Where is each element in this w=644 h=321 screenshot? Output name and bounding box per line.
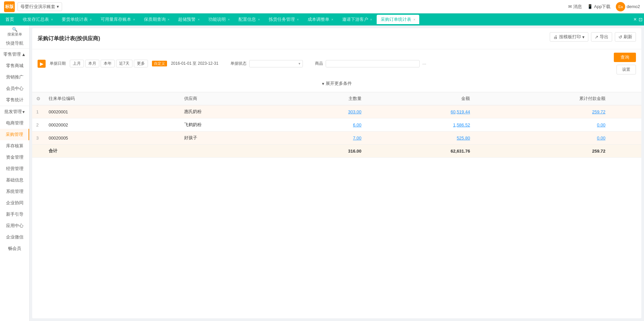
sidebar-item-basic-info[interactable]: 基础信息	[0, 174, 29, 186]
sidebar-item-finance[interactable]: 资金管理	[0, 152, 29, 163]
tab-config-info[interactable]: 配置信息 ×	[234, 15, 264, 24]
close-icon[interactable]: ×	[413, 18, 415, 21]
sidebar-item-member-center[interactable]: 会员中心	[0, 83, 29, 94]
goods-more-icon[interactable]: ···	[422, 61, 426, 66]
restore-window-icon[interactable]: ⊡	[639, 17, 643, 22]
sidebar-quicknav-button[interactable]: 快捷导航	[0, 38, 29, 49]
tab-overstock-warning[interactable]: 超储预警 ×	[174, 15, 204, 24]
date-range-display: 2016-01-01 至 2023-12-31	[171, 61, 218, 66]
tab-purchase-order-stats[interactable]: 采购订单统计表 ×	[377, 15, 419, 24]
tab-receive-summary[interactable]: 收发存汇总表 ×	[19, 15, 57, 24]
export-icon: ↗	[595, 35, 598, 40]
close-icon[interactable]: ×	[168, 18, 170, 21]
sidebar-item-operations[interactable]: 经营管理	[0, 163, 29, 174]
sidebar-item-retail-stats[interactable]: 零售统计	[0, 94, 29, 106]
close-icon[interactable]: ×	[297, 18, 299, 21]
print-button[interactable]: 🖨 按模板打印 ▾	[550, 32, 588, 42]
sidebar-item-ecommerce[interactable]: 电商管理	[0, 117, 29, 129]
sidebar-item-marketing[interactable]: 营销推广	[0, 71, 29, 83]
row-paid[interactable]: 259.72	[474, 105, 609, 118]
row-qty[interactable]: 7.00	[281, 131, 365, 145]
sidebar-item-wechat[interactable]: 企业微信	[0, 231, 29, 243]
search-label: 搜索菜单	[0, 32, 29, 37]
tab-available-stock[interactable]: 可用量库存账本 ×	[97, 15, 139, 24]
logo-text: 标版	[5, 4, 14, 10]
goods-input[interactable]	[326, 60, 420, 67]
sidebar-item-inventory[interactable]: 库存核算	[0, 140, 29, 152]
sidebar-item-label: 系统管理	[6, 189, 23, 194]
row-qty[interactable]: 303.00	[281, 105, 365, 118]
last-month-button[interactable]: 上月	[70, 60, 84, 67]
gear-icon[interactable]: ⚙	[36, 96, 41, 101]
close-all-tabs-icon[interactable]: ×	[634, 16, 637, 22]
sidebar-group-retail: 零售管理 ▲ 零售商城 营销推广 会员中心 零售统计	[0, 49, 29, 106]
table-row: 1 00020001 惠氏奶粉 303.00 60,519.44 259.72	[32, 105, 641, 118]
settings-button[interactable]: 设置	[616, 65, 636, 74]
sidebar-item-wholesale[interactable]: 批发管理 ▾	[0, 106, 29, 117]
content-area: 采购订单统计表(按供应商) 🖨 按模板打印 ▾ ↗ 导出 ↺ 刷新	[30, 25, 644, 321]
close-icon[interactable]: ×	[133, 18, 135, 21]
row-code: 00020002	[45, 118, 180, 131]
logo-area: 标版	[4, 1, 15, 12]
sidebar-item-enterprise-collab[interactable]: 企业协同	[0, 197, 29, 209]
this-month-button[interactable]: 本月	[85, 60, 99, 67]
tab-label: 采购订单统计表	[381, 16, 411, 22]
row-code: 00020001	[45, 105, 180, 118]
more-date-button[interactable]: 更多	[134, 60, 148, 67]
sidebar-item-member[interactable]: 畅会员	[0, 243, 29, 254]
th-paid: 累计付款金额	[474, 92, 609, 105]
sidebar-item-label: 会员中心	[6, 86, 23, 91]
sidebar-item-retail-mall[interactable]: 零售商城	[0, 60, 29, 71]
row-amount[interactable]: 525.80	[366, 131, 474, 145]
sidebar-item-retail-management[interactable]: 零售管理 ▲	[0, 49, 29, 60]
row-paid[interactable]: 0.00	[474, 118, 609, 131]
tab-expiry-query[interactable]: 保质期查询 ×	[140, 15, 174, 24]
sidebar-item-label: 营销推广	[6, 74, 23, 79]
filter-toggle-button[interactable]: ▶	[38, 60, 46, 68]
sidebar-item-label: 采购管理	[6, 132, 23, 137]
footer-empty-3	[609, 145, 641, 158]
tab-cost-adjust[interactable]: 成本调整单 ×	[304, 15, 337, 24]
tab-order-stats[interactable]: 要货单统计表 ×	[58, 15, 96, 24]
row-index: 2	[32, 118, 45, 131]
7days-button[interactable]: 近7天	[116, 60, 132, 67]
sidebar-item-new-guide[interactable]: 新手引导	[0, 209, 29, 220]
status-select[interactable]	[249, 60, 303, 67]
close-icon[interactable]: ×	[258, 18, 260, 21]
export-button[interactable]: ↗ 导出	[591, 32, 612, 42]
close-icon[interactable]: ×	[370, 18, 372, 21]
workspace-selector[interactable]: 母婴行业演示账套 ▾	[17, 2, 62, 11]
expand-more-button[interactable]: ▾ 展开更多条件	[38, 78, 636, 89]
th-qty: 主数量	[281, 92, 365, 105]
close-icon[interactable]: ×	[51, 18, 53, 21]
filter-row-1: ▶ 单据日期 上月 本月 本年 近7天 更多 自定义 2016-01-01 至 …	[38, 53, 636, 74]
row-paid[interactable]: 0.00	[474, 131, 609, 145]
sidebar-item-label: 电商管理	[6, 120, 23, 125]
message-action[interactable]: ✉ 消息	[568, 4, 582, 10]
close-icon[interactable]: ×	[90, 18, 92, 21]
this-year-button[interactable]: 本年	[101, 60, 115, 67]
main-layout: 🔍 搜索菜单 快捷导航 零售管理 ▲ 零售商城 营销推广 会员中心 零售统计	[0, 25, 644, 321]
sidebar-search-button[interactable]: 🔍 搜索菜单	[0, 25, 29, 38]
row-amount[interactable]: 60,519.44	[366, 105, 474, 118]
query-button[interactable]: 查询	[614, 53, 636, 62]
goods-filter-section: 商品 ···	[315, 60, 426, 67]
tab-function-desc[interactable]: 功能说明 ×	[204, 15, 234, 24]
sidebar-item-app-center[interactable]: 应用中心	[0, 220, 29, 231]
close-icon[interactable]: ×	[331, 18, 333, 21]
row-qty[interactable]: 6.00	[281, 118, 365, 131]
data-table-container: ⚙ 往来单位编码 供应商 主数量 金额 累计付款金额 1 00020001	[32, 92, 641, 318]
app-download-action[interactable]: 📱 App下载	[587, 4, 610, 10]
custom-date-badge: 自定义	[152, 61, 167, 66]
tab-pick-task[interactable]: 拣货任务管理 ×	[265, 15, 303, 24]
footer-empty-2	[180, 145, 281, 158]
user-avatar[interactable]: Ea demo2	[616, 2, 640, 11]
tab-home[interactable]: 首页	[1, 15, 18, 24]
sidebar-item-purchase[interactable]: 采购管理	[0, 129, 29, 140]
row-amount[interactable]: 1,586.52	[366, 118, 474, 131]
refresh-button[interactable]: ↺ 刷新	[615, 32, 636, 42]
close-icon[interactable]: ×	[228, 18, 230, 21]
close-icon[interactable]: ×	[198, 18, 200, 21]
tab-invite-downstream[interactable]: 邀请下游客户 ×	[338, 15, 376, 24]
sidebar-item-system[interactable]: 系统管理	[0, 186, 29, 197]
